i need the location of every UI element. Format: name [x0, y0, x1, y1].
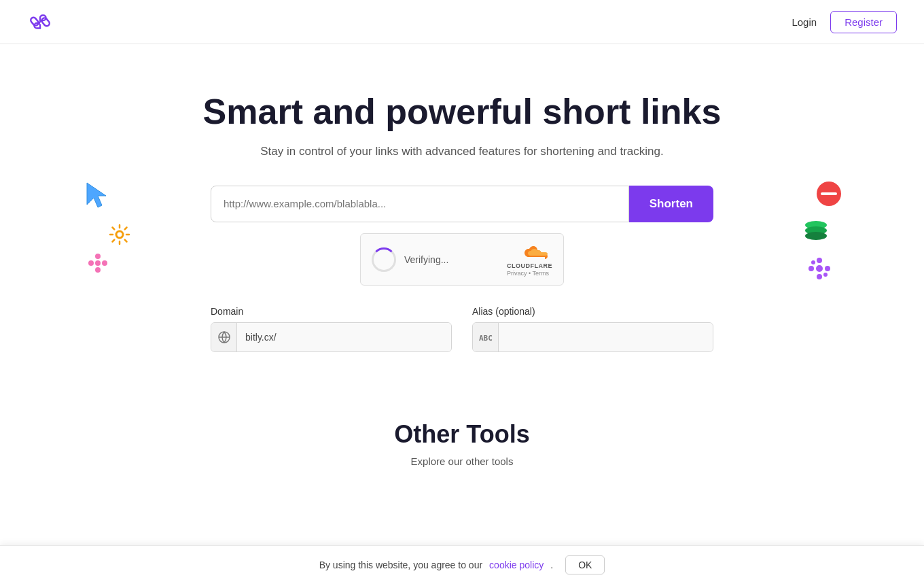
cursor-icon — [82, 180, 114, 213]
header: Login Register — [0, 0, 924, 44]
layers-icon — [802, 218, 830, 247]
dash-icon — [815, 180, 842, 207]
cloudflare-links: Privacy • Terms — [507, 270, 552, 277]
svg-point-16 — [817, 258, 822, 263]
other-tools-section: Other Tools Explore our other tools — [0, 379, 924, 481]
svg-point-4 — [116, 231, 123, 238]
svg-point-12 — [805, 221, 827, 229]
svg-point-13 — [805, 226, 827, 235]
svg-point-17 — [817, 274, 822, 279]
svg-point-18 — [808, 266, 814, 271]
alias-label: Alias (optional) — [472, 306, 713, 317]
url-input[interactable] — [211, 186, 629, 222]
svg-point-6 — [95, 254, 101, 259]
url-form: Shorten — [211, 186, 713, 222]
svg-point-20 — [811, 260, 815, 264]
svg-point-8 — [88, 260, 94, 266]
svg-text:ABC: ABC — [479, 334, 493, 343]
deco-left — [82, 180, 130, 273]
flower-icon — [88, 254, 107, 273]
svg-point-5 — [95, 260, 101, 266]
svg-point-14 — [805, 232, 827, 240]
cookie-policy-link[interactable]: cookie policy — [489, 560, 544, 570]
svg-point-7 — [95, 267, 101, 273]
other-tools-title: Other Tools — [14, 420, 910, 449]
cookie-text: By using this website, you agree to our — [319, 560, 482, 570]
alias-input-wrap: ABC — [472, 322, 713, 352]
alias-input[interactable] — [499, 323, 713, 351]
cloudflare-label: CLOUDFLARE — [507, 262, 552, 270]
cookie-banner: By using this website, you agree to our … — [0, 545, 924, 584]
explore-text: Explore our other tools — [14, 456, 910, 467]
hero-subtitle: Stay in control of your links with advan… — [260, 145, 663, 158]
hero-section: Smart and powerful short links Stay in c… — [0, 44, 924, 379]
dot-separator: • — [529, 270, 531, 277]
svg-point-21 — [823, 273, 828, 277]
www-icon — [211, 323, 237, 351]
gear-icon — [109, 224, 130, 245]
svg-point-19 — [825, 266, 830, 271]
domain-input[interactable] — [237, 323, 451, 351]
terms-link[interactable]: Terms — [533, 270, 550, 277]
privacy-link[interactable]: Privacy — [507, 270, 527, 277]
logo-chain-icon — [27, 9, 53, 35]
svg-point-10 — [817, 182, 841, 206]
header-nav: Login Register — [792, 11, 897, 33]
svg-point-15 — [816, 265, 823, 272]
deco-right — [802, 180, 842, 279]
shorten-button[interactable]: Shorten — [629, 186, 713, 222]
options-row: Domain Alias (optional) ABC — [211, 306, 713, 352]
hero-title: Smart and powerful short links — [203, 92, 722, 133]
captcha-verifying-text: Verifying... — [396, 254, 507, 265]
domain-input-wrap — [211, 322, 452, 352]
domain-group: Domain — [211, 306, 452, 352]
cloudflare-cloud-icon — [521, 242, 552, 261]
domain-label: Domain — [211, 306, 452, 317]
cookie-ok-button[interactable]: OK — [565, 555, 605, 574]
register-button[interactable]: Register — [830, 11, 897, 33]
captcha-box: Verifying... CLOUDFLARE Privacy • Terms — [360, 233, 564, 286]
svg-rect-1 — [30, 16, 39, 27]
svg-rect-2 — [41, 17, 50, 27]
snowflake-icon — [808, 258, 830, 279]
logo-area — [27, 9, 53, 35]
cloudflare-logo: CLOUDFLARE Privacy • Terms — [507, 242, 552, 277]
captcha-spinner — [372, 247, 396, 272]
abc-icon: ABC — [473, 323, 499, 351]
cloudflare-text: CLOUDFLARE Privacy • Terms — [507, 262, 552, 277]
alias-group: Alias (optional) ABC — [472, 306, 713, 352]
cookie-after-text: . — [550, 560, 553, 570]
login-link[interactable]: Login — [792, 16, 817, 28]
svg-point-9 — [102, 260, 107, 266]
svg-marker-3 — [87, 183, 106, 207]
